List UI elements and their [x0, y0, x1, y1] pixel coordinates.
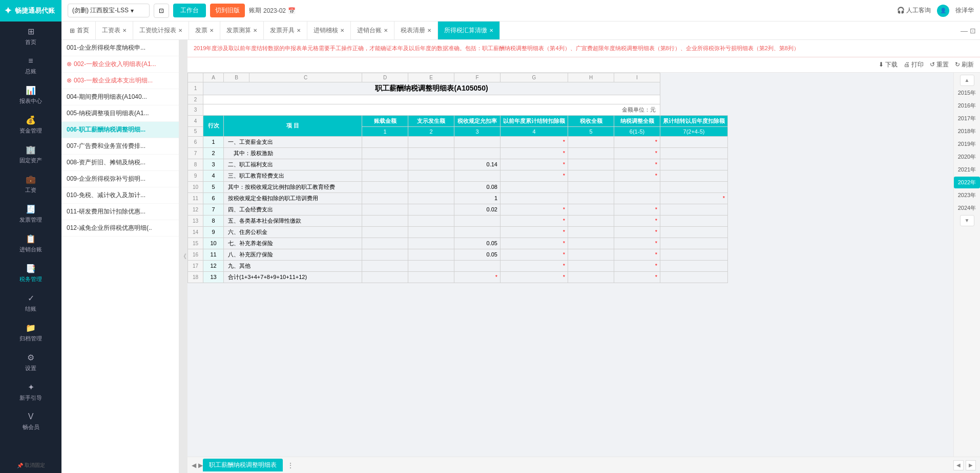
sidebar-item-member[interactable]: V 畅会员 — [0, 407, 61, 436]
data-cell[interactable] — [660, 215, 728, 226]
panel-collapse-btn[interactable]: 《 — [179, 40, 187, 473]
data-cell[interactable] — [614, 192, 660, 204]
copy-icon-btn[interactable]: ⊡ — [154, 4, 169, 18]
data-cell[interactable] — [362, 238, 408, 249]
back-button[interactable]: 切到旧版 — [210, 4, 245, 17]
scroll-right-btn[interactable]: ▶ — [966, 460, 976, 470]
year-down-btn[interactable]: ▼ — [960, 215, 974, 226]
data-cell[interactable] — [568, 271, 614, 283]
data-cell[interactable] — [408, 260, 454, 271]
tab-close-icon[interactable]: ✕ — [340, 28, 344, 33]
data-cell[interactable] — [362, 192, 408, 204]
data-cell[interactable] — [568, 226, 614, 238]
sidebar-item-settle[interactable]: ✓ 结账 — [0, 288, 61, 318]
service-btn[interactable]: 🎧 人工客询 — [897, 6, 931, 15]
data-cell[interactable] — [501, 181, 568, 192]
data-cell[interactable] — [362, 260, 408, 271]
data-cell[interactable] — [362, 271, 408, 283]
tab-salary-report[interactable]: 工资统计报表 ✕ — [133, 22, 189, 40]
data-cell[interactable] — [408, 192, 454, 204]
left-item-010[interactable]: 010-免税、减计收入及加计... — [61, 187, 179, 204]
data-cell[interactable] — [408, 147, 454, 159]
calendar-icon[interactable]: 📅 — [288, 7, 296, 14]
data-cell[interactable] — [501, 192, 568, 204]
left-item-008[interactable]: 008-资产折旧、摊销及纳税... — [61, 155, 179, 171]
tab-salary[interactable]: 工资表 ✕ — [96, 22, 133, 40]
data-cell[interactable] — [408, 181, 454, 192]
year-2018[interactable]: 2018年 — [954, 125, 980, 137]
sheet-main[interactable]: A B C D E F G H I 1 职 — [187, 73, 953, 457]
data-cell[interactable] — [408, 238, 454, 249]
sidebar-item-home[interactable]: ⊞ 首页 — [0, 22, 61, 51]
data-cell[interactable] — [362, 215, 408, 226]
tab-close-icon[interactable]: ✕ — [178, 28, 182, 33]
workbench-button[interactable]: 工作台 — [173, 4, 206, 17]
tab-close-icon[interactable]: ✕ — [122, 28, 127, 33]
data-cell[interactable] — [362, 226, 408, 238]
tab-sales-audit[interactable]: 进销稽核 ✕ — [307, 22, 351, 40]
year-2017[interactable]: 2017年 — [954, 113, 980, 124]
data-cell[interactable] — [362, 204, 408, 215]
cancel-fixed-btn[interactable]: 📌 取消固定 — [0, 458, 61, 473]
data-cell[interactable] — [362, 181, 408, 192]
tab-invoice[interactable]: 发票 ✕ — [189, 22, 220, 40]
print-button[interactable]: 🖨 打印 — [904, 60, 924, 69]
tab-home[interactable]: ⊞ 首页 — [64, 22, 96, 40]
year-2021[interactable]: 2021年 — [954, 164, 980, 176]
data-cell[interactable] — [660, 159, 728, 170]
sidebar-item-ledger[interactable]: ≡ 总账 — [0, 51, 61, 80]
tab-close-icon[interactable]: ✕ — [297, 28, 301, 33]
year-2019[interactable]: 2019年 — [954, 138, 980, 150]
data-cell[interactable] — [568, 192, 614, 204]
data-cell[interactable] — [660, 260, 728, 271]
sidebar-item-fixed[interactable]: 🏢 固定资产 — [0, 140, 61, 169]
sidebar-item-invoice[interactable]: 🧾 发票管理 — [0, 199, 61, 229]
sheet-prev-btn[interactable]: ◀ — [192, 462, 196, 469]
data-cell[interactable] — [568, 181, 614, 192]
data-cell[interactable] — [408, 215, 454, 226]
data-cell[interactable] — [660, 170, 728, 181]
left-item-005[interactable]: 005-纳税调整项目明细表(A1... — [61, 105, 179, 122]
data-cell[interactable] — [660, 238, 728, 249]
sidebar-item-settings[interactable]: ⚙ 设置 — [0, 348, 61, 377]
year-up-btn[interactable]: ▲ — [960, 75, 974, 86]
left-item-004[interactable]: 004-期间费用明细表(A1040... — [61, 89, 179, 105]
sidebar-item-newguide[interactable]: ✦ 新手引导 — [0, 377, 61, 407]
data-cell[interactable] — [568, 260, 614, 271]
data-cell[interactable] — [660, 181, 728, 192]
tab-invoice-calc[interactable]: 发票测算 ✕ — [220, 22, 264, 40]
reset-button[interactable]: ↺ 重置 — [930, 60, 949, 69]
data-cell[interactable] — [568, 204, 614, 215]
tab-close-icon[interactable]: ✕ — [253, 28, 257, 33]
data-cell[interactable] — [660, 271, 728, 283]
data-cell[interactable] — [660, 136, 728, 147]
data-cell[interactable] — [568, 249, 614, 260]
data-cell[interactable] — [408, 249, 454, 260]
tab-invoice-issue[interactable]: 发票开具 ✕ — [264, 22, 307, 40]
tab-income-tax[interactable]: 所得税汇算清缴 ✕ — [438, 22, 500, 40]
tab-tax-list[interactable]: 税表清册 ✕ — [394, 22, 438, 40]
data-cell[interactable] — [568, 215, 614, 226]
sidebar-item-tax[interactable]: 📑 税务管理 — [0, 259, 61, 288]
left-item-006[interactable]: 006-职工薪酬纳税调整明细... — [61, 122, 179, 138]
year-2023[interactable]: 2023年 — [954, 189, 980, 201]
data-cell[interactable] — [362, 136, 408, 147]
tab-minimize-btn[interactable]: — — [961, 27, 968, 35]
data-cell[interactable] — [408, 170, 454, 181]
data-cell[interactable] — [568, 136, 614, 147]
company-select[interactable]: (勿删) 江西股宝-LSS ▾ — [68, 4, 150, 17]
data-cell[interactable] — [408, 159, 454, 170]
download-button[interactable]: ⬇ 下载 — [879, 60, 898, 69]
left-item-003[interactable]: ⊗003-一般企业成本支出明细... — [61, 73, 179, 89]
refresh-button[interactable]: ↻ 刷新 — [955, 60, 974, 69]
data-cell[interactable] — [660, 147, 728, 159]
sidebar-item-archive[interactable]: 📁 归档管理 — [0, 318, 61, 348]
year-2020[interactable]: 2020年 — [954, 151, 980, 163]
sheet-next-btn[interactable]: ▶ — [198, 462, 203, 469]
left-item-002[interactable]: ⊗002-一般企业收入明细表(A1... — [61, 56, 179, 73]
tab-close-icon[interactable]: ✕ — [489, 28, 493, 33]
data-cell[interactable] — [614, 181, 660, 192]
tab-close-icon[interactable]: ✕ — [210, 28, 214, 33]
user-avatar[interactable]: 👤 — [937, 5, 949, 17]
data-cell[interactable] — [660, 204, 728, 215]
